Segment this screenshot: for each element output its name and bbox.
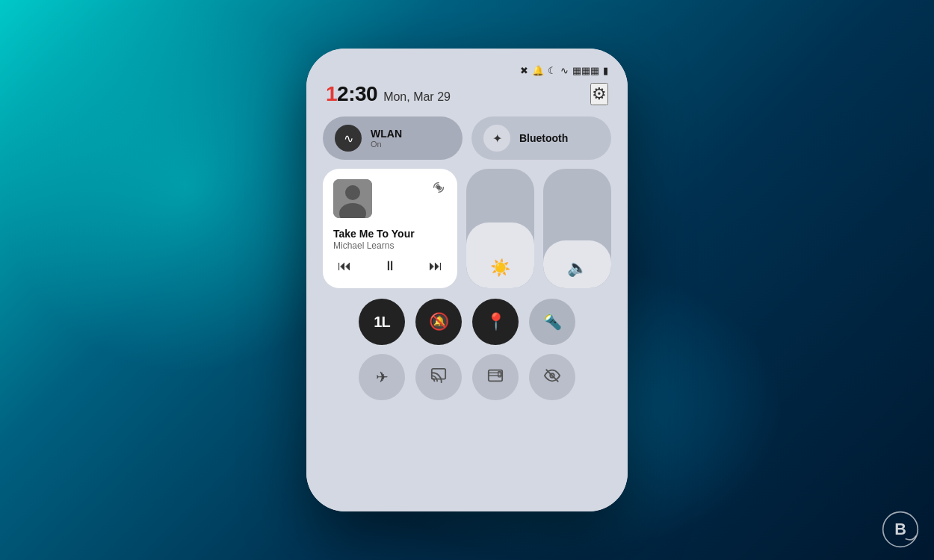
watermark-logo: B [882,511,919,548]
phone-screen: ✖ 🔔 ☾ ∿ ▦▦▦ ▮ 12:30 Mon, Mar 29 ⚙ [306,49,628,511]
brightness-slider[interactable]: ☀️ [466,169,534,288]
bell-status-icon: 🔔 [532,65,544,76]
eye-button[interactable] [529,354,575,400]
bluetooth-name: Bluetooth [519,132,568,144]
silent-button[interactable]: 🔕 [415,299,462,345]
album-art [333,179,372,218]
date-display: Mon, Mar 29 [383,90,451,104]
moon-status-icon: ☾ [548,65,557,76]
flashlight-icon: 🔦 [543,313,562,331]
artist-name: Michael Learns [333,240,447,251]
volume-icon: 🔈 [567,258,587,278]
bluetooth-label: Bluetooth [519,132,568,144]
media-card: Take Me To Your Michael Learns ⏮ ⏸ ⏭ [323,169,457,288]
silent-icon: 🔕 [429,312,449,332]
cast-button[interactable] [415,354,462,400]
cast-icon [430,179,447,199]
toggles-row: ∿ WLAN On ✦ Bluetooth [320,116,614,169]
svg-rect-4 [432,368,445,379]
media-info: Take Me To Your Michael Learns [333,227,447,251]
flashlight-button[interactable]: 🔦 [529,299,575,345]
header-row: 12:30 Mon, Mar 29 ⚙ [320,79,614,116]
cast-icon-bottom [430,367,447,388]
wlan-sub: On [371,140,382,149]
location-button[interactable]: 📍 [472,299,519,345]
middle-row: Take Me To Your Michael Learns ⏮ ⏸ ⏭ ☀️ [320,169,614,299]
wallet-icon [487,367,504,388]
airplane-icon: ✈ [376,368,389,386]
sliders-col: ☀️ 🔈 [466,169,611,288]
wlan-label: WLAN On [371,128,402,149]
phone-frame: ✖ 🔔 ☾ ∿ ▦▦▦ ▮ 12:30 Mon, Mar 29 ⚙ [306,49,628,511]
svg-rect-6 [489,373,502,376]
media-top [333,179,447,218]
song-title: Take Me To Your [333,227,447,240]
svg-point-1 [345,185,360,200]
wallet-button[interactable] [472,354,519,400]
bottom-buttons-row: ✈ [320,354,614,400]
volume-slider[interactable]: 🔈 [543,169,611,288]
brightness-fill [466,223,534,288]
location-icon: 📍 [486,312,506,332]
signal-status-icon: ▦▦▦ [572,65,599,76]
prev-button[interactable]: ⏮ [336,257,353,276]
battery-status-icon: ▮ [603,65,608,76]
time-display: 12:30 [326,82,377,106]
wifi-status-icon: ∿ [560,65,569,76]
status-bar: ✖ 🔔 ☾ ∿ ▦▦▦ ▮ [320,60,614,79]
wlan-name: WLAN [371,128,402,140]
brightness-icon: ☀️ [490,258,510,278]
time-red-digit: 1 [326,82,337,105]
timer-icon: 1L [374,314,389,331]
eye-icon [544,367,560,388]
action-buttons-row: 1L 🔕 📍 🔦 [320,299,614,354]
next-button[interactable]: ⏭ [427,257,444,276]
time-date: 12:30 Mon, Mar 29 [326,82,451,106]
media-controls: ⏮ ⏸ ⏭ [333,257,447,276]
bluetooth-icon-circle: ✦ [483,125,510,152]
bluetooth-icon: ✦ [492,131,502,146]
settings-button[interactable]: ⚙ [590,83,608,105]
timer-button[interactable]: 1L [359,299,405,345]
wlan-icon-circle: ∿ [335,125,362,152]
svg-point-3 [436,185,441,190]
status-icons: ✖ 🔔 ☾ ∿ ▦▦▦ ▮ [520,65,608,76]
wlan-toggle[interactable]: ∿ WLAN On [323,116,463,160]
svg-rect-7 [498,371,501,376]
bluetooth-status-icon: ✖ [520,65,528,76]
bluetooth-toggle[interactable]: ✦ Bluetooth [471,116,611,160]
svg-text:B: B [894,520,906,538]
pause-button[interactable]: ⏸ [382,257,398,276]
wlan-icon: ∿ [344,131,353,146]
airplane-button[interactable]: ✈ [359,354,405,400]
